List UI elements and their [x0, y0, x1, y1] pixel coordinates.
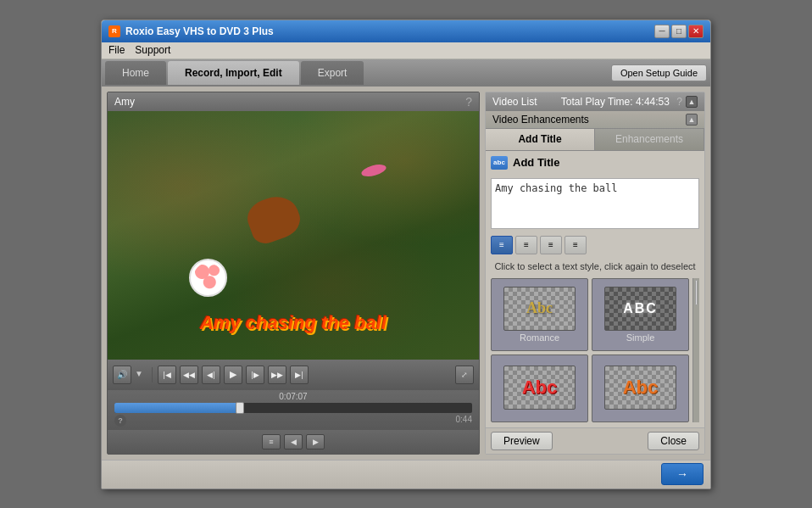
window-close-button[interactable]: ✕	[688, 25, 704, 38]
align-center-button[interactable]: ≡	[515, 236, 537, 254]
bottom-bar: →	[102, 460, 710, 488]
preview-close-row: Preview Close	[486, 427, 704, 454]
window-title: Roxio Easy VHS to DVD 3 Plus	[125, 25, 274, 37]
video-enhancements-label: Video Enhancements	[492, 114, 589, 126]
header-right: ? ▲	[676, 96, 698, 108]
align-left-button[interactable]: ≡	[491, 236, 513, 254]
title-bar-left: R Roxio Easy VHS to DVD 3 Plus	[108, 25, 274, 37]
time-display: 0:07:07	[114, 392, 472, 401]
next-icon: →	[676, 467, 688, 481]
style-simple-preview: ABC	[604, 287, 676, 331]
total-play-time: Total Play Time: 4:44:53	[561, 96, 670, 108]
style-orange[interactable]: Abc	[592, 354, 689, 422]
help-icon: ?	[676, 96, 682, 108]
style-scrollbar[interactable]	[692, 278, 699, 422]
style-red-text: Abc	[522, 377, 558, 399]
progress-fill	[114, 403, 240, 413]
menu-bar: File Support	[102, 42, 710, 59]
skip-end-button[interactable]: ▶|	[290, 366, 309, 384]
scrollbar-thumb[interactable]	[695, 280, 698, 305]
title-text-input[interactable]	[491, 178, 699, 229]
add-title-header: abc Add Title	[491, 156, 699, 170]
tab-enhancements[interactable]: Enhancements	[595, 129, 704, 150]
style-romance[interactable]: Abc Romance	[491, 278, 588, 351]
style-grid: Abc Romance ABC Simple	[491, 278, 689, 422]
preview-button[interactable]: Preview	[491, 432, 553, 450]
tab-add-title[interactable]: Add Title	[486, 129, 595, 150]
content-area: Amy ? Amy chasing the ball 🔊 ▼	[102, 87, 710, 460]
step-forward-button[interactable]: ▶▶	[268, 366, 286, 384]
app-icon: R	[108, 25, 120, 37]
video-list-label: Video List	[492, 96, 537, 108]
minimize-button[interactable]: ─	[654, 25, 670, 38]
close-button[interactable]: Close	[648, 432, 699, 450]
style-orange-preview: Abc	[604, 366, 676, 410]
caption-toolbar: ≡ ◀ ▶	[108, 430, 479, 454]
fullscreen-button[interactable]: ⤢	[455, 366, 474, 384]
time-remaining: 0:44	[456, 415, 472, 427]
video-label: Amy	[114, 96, 135, 108]
tab-home[interactable]: Home	[105, 61, 166, 85]
open-setup-guide-button[interactable]: Open Setup Guide	[611, 64, 707, 81]
enhancements-collapse-button[interactable]: ▲	[686, 114, 698, 126]
nav-bar: Home Record, Import, Edit Export Open Se…	[102, 59, 710, 87]
caption-subtitles-button[interactable]: ≡	[262, 434, 281, 449]
abc-icon: abc	[491, 156, 508, 170]
video-panel: Amy ? Amy chasing the ball 🔊 ▼	[107, 92, 480, 455]
style-simple-label: Simple	[626, 332, 655, 343]
style-red-preview: Abc	[503, 366, 576, 410]
style-instruction: Click to select a text style, click agai…	[491, 261, 699, 271]
video-title-overlay: Amy chasing the ball	[200, 312, 387, 334]
menu-support[interactable]: Support	[135, 44, 170, 56]
video-controls: 🔊 ▼ |◀ ◀◀ ◀| ▶ |▶ ▶▶ ▶| ⤢	[108, 360, 479, 390]
video-screen: Amy chasing the ball	[108, 111, 479, 360]
ball-spots	[193, 263, 223, 293]
add-title-label: Add Title	[513, 156, 559, 169]
style-romance-text: Abc	[526, 299, 553, 317]
align-right-button[interactable]: ≡	[540, 236, 562, 254]
volume-button[interactable]: 🔊	[113, 366, 131, 384]
title-bar-controls: ─ □ ✕	[654, 25, 704, 38]
enhancements-panel: Video List Total Play Time: 4:44:53 ? ▲ …	[485, 92, 705, 455]
caption-next-button[interactable]: ▶	[306, 434, 325, 449]
skip-start-button[interactable]: |◀	[158, 366, 176, 384]
tab-record-import-edit[interactable]: Record, Import, Edit	[168, 61, 299, 85]
divider	[152, 367, 153, 382]
enhancements-header: Video List Total Play Time: 4:44:53 ? ▲	[486, 92, 704, 111]
main-window: R Roxio Easy VHS to DVD 3 Plus ─ □ ✕ Fil…	[101, 20, 711, 489]
enhance-tabs: Add Title Enhancements	[486, 129, 704, 151]
alignment-buttons: ≡ ≡ ≡ ≡	[491, 236, 699, 254]
style-simple[interactable]: ABC Simple	[592, 278, 689, 351]
play-button[interactable]: ▶	[224, 366, 242, 384]
next-button[interactable]: →	[661, 463, 704, 485]
title-bar: R Roxio Easy VHS to DVD 3 Plus ─ □ ✕	[102, 20, 710, 42]
video-help-icon: ?	[465, 95, 472, 109]
tab-export[interactable]: Export	[301, 61, 364, 85]
progress-track[interactable]	[114, 403, 472, 413]
style-grid-container: Abc Romance ABC Simple	[491, 278, 699, 422]
style-simple-text: ABC	[623, 301, 658, 316]
video-enhancements-bar: Video Enhancements ▲	[486, 111, 704, 129]
restore-button[interactable]: □	[671, 25, 687, 38]
menu-file[interactable]: File	[108, 44, 125, 56]
timeline-bar: 0:07:07 ? 0:44	[108, 390, 479, 430]
progress-thumb[interactable]	[236, 402, 244, 414]
time-labels: ? 0:44	[114, 415, 472, 427]
frame-back-button[interactable]: ◀|	[202, 366, 220, 384]
caption-prev-button[interactable]: ◀	[284, 434, 303, 449]
step-back-button[interactable]: ◀◀	[180, 366, 198, 384]
frame-forward-button[interactable]: |▶	[246, 366, 264, 384]
style-orange-text: Abc	[623, 377, 659, 399]
style-romance-preview: Abc	[503, 287, 576, 331]
enhance-body: abc Add Title ≡ ≡ ≡ ≡ Click to select a …	[486, 151, 704, 427]
style-red[interactable]: Abc	[491, 354, 588, 422]
align-justify-button[interactable]: ≡	[565, 236, 587, 254]
volume-down-icon[interactable]: ▼	[135, 369, 147, 381]
video-panel-header: Amy ?	[108, 92, 479, 111]
style-romance-label: Romance	[520, 332, 559, 343]
collapse-button[interactable]: ▲	[686, 96, 698, 108]
timeline-help-icon: ?	[114, 415, 126, 427]
